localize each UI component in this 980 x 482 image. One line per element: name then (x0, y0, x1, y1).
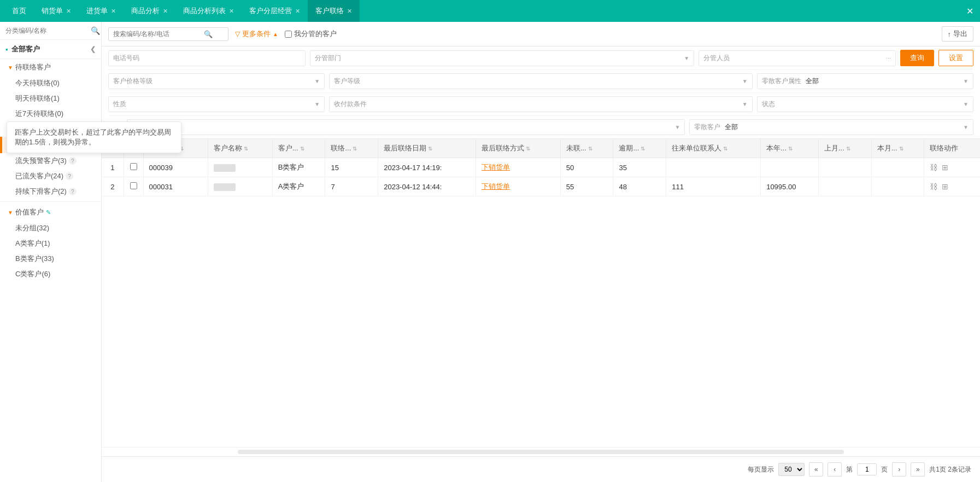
price-grade-field[interactable]: 客户价格等级 ▼ (108, 73, 325, 89)
next-page-btn[interactable]: › (892, 462, 906, 477)
row1-name[interactable] (208, 158, 272, 177)
search-input[interactable] (113, 30, 201, 38)
sidebar-search-input[interactable] (5, 27, 87, 34)
my-customers-checkbox[interactable] (285, 31, 292, 38)
b-class-customers[interactable]: B类客户(33) (0, 251, 101, 266)
sidebar-collapse-right[interactable]: ❮ (90, 45, 96, 53)
today-pending[interactable]: 今天待联络(0) (0, 76, 101, 91)
col-type-header: 客户... ⇅ (272, 139, 325, 158)
filter-row-3: 性质 ▼ 收付款条件 ▼ 状态 ▼ (108, 93, 973, 116)
nav-home[interactable]: 首页 (4, 0, 34, 22)
ungroup-customers[interactable]: 未分组(32) (0, 220, 101, 236)
week-pending[interactable]: 近7天待联络(0) (0, 106, 101, 121)
unpaid-sort-icon[interactable]: ⇅ (588, 146, 592, 152)
contact-sort-icon[interactable]: ⇅ (353, 146, 357, 152)
row2-code: 000031 (143, 177, 208, 196)
prev-page-btn[interactable]: ‹ (828, 462, 842, 477)
row1-lastdate: 2023-04-17 14:19: (378, 158, 476, 177)
close-purchase-tab[interactable]: ✕ (111, 8, 116, 15)
row1-lastmethod[interactable]: 下销货单 (476, 158, 561, 177)
export-icon: ↑ (948, 30, 952, 38)
row1-name-blur (214, 164, 236, 172)
row1-checkbox[interactable] (130, 163, 137, 170)
query-button[interactable]: 查询 (900, 50, 934, 66)
row1-grid-icon[interactable]: ⊞ (942, 163, 948, 172)
row1-check[interactable] (124, 158, 143, 177)
person-field[interactable]: 分管人员 ··· (699, 50, 896, 66)
row2-link-icon[interactable]: ⛓ (930, 182, 937, 191)
retail-attr-field[interactable]: 零散客户属性 全部 ▼ (757, 73, 973, 89)
all-customers-title[interactable]: ▪ 全部客户 ❮ (0, 40, 101, 59)
col-contact-header: 联络... ⇅ (325, 139, 378, 158)
a-class-customers[interactable]: A类客户(1) (0, 236, 101, 251)
name-sort-icon[interactable]: ⇅ (244, 146, 248, 152)
row2-unpaid: 55 (560, 177, 613, 196)
tomorrow-pending[interactable]: 明天待联络(1) (0, 91, 101, 106)
retail-customer-field[interactable]: 零散客户 全部 ▼ (689, 119, 973, 135)
cc-sort-icon[interactable]: ⇅ (723, 146, 727, 152)
horizontal-scrollbar-area (102, 447, 980, 456)
page-input[interactable] (857, 463, 877, 475)
status-field[interactable]: 状态 ▼ (757, 96, 973, 112)
phone-field[interactable]: 电话号码 (108, 50, 306, 66)
row2-company-contact: 111 (666, 177, 761, 196)
first-page-btn[interactable]: « (809, 462, 823, 477)
window-close-button[interactable]: ✕ (966, 6, 973, 16)
filter-row-4: ··· 客户类型 ▼ 零散客户 全部 ▼ (108, 116, 973, 138)
customer-type-field[interactable]: 客户类型 ▼ (127, 119, 685, 135)
lastdate-sort-icon[interactable]: ⇅ (428, 146, 432, 152)
overdue-sort-icon[interactable]: ⇅ (641, 146, 645, 152)
last-page-btn[interactable]: » (911, 462, 925, 477)
row1-num: 1 (102, 158, 124, 177)
row2-grid-icon[interactable]: ⊞ (942, 182, 948, 191)
cust-type-chevron: ▼ (674, 124, 680, 130)
lastmonth-sort-icon[interactable]: ⇅ (846, 146, 850, 152)
row1-thisyear (761, 158, 819, 177)
settings-button[interactable]: 设置 (938, 50, 973, 66)
dept-field[interactable]: 分管部门 ▼ (310, 50, 695, 66)
collapse-icon: ▪ (5, 45, 8, 54)
nav-product-list[interactable]: 商品分析列表 ✕ (175, 0, 242, 22)
type-sort-icon[interactable]: ⇅ (300, 146, 304, 152)
thismonth-sort-icon[interactable]: ⇅ (899, 146, 903, 152)
row2-lastmethod[interactable]: 下销货单 (476, 177, 561, 196)
pending-group[interactable]: ▼ 待联络客户 (0, 59, 101, 76)
churned-help: ? (66, 172, 73, 180)
col-lastmethod-header: 最后联络方式 ⇅ (476, 139, 561, 158)
more-conditions-btn[interactable]: ▽ 更多条件 ▲ (235, 29, 278, 39)
close-sales-tab[interactable]: ✕ (66, 8, 71, 15)
nav-product-analysis[interactable]: 商品分析 ✕ (124, 0, 175, 22)
thisyear-sort-icon[interactable]: ⇅ (788, 146, 793, 152)
nav-customer-segment[interactable]: 客户分层经营 ✕ (242, 0, 308, 22)
declining-customers[interactable]: 持续下滑客户(2) ? (0, 184, 101, 199)
filter-search-icon[interactable]: 🔍 (204, 30, 213, 38)
sidebar-search-icon[interactable]: 🔍 (91, 26, 100, 35)
filter-row-2: 客户价格等级 ▼ 客户等级 ▼ 零散客户属性 全部 ▼ (108, 70, 973, 93)
nav-customer-contact[interactable]: 客户联络 ✕ (308, 0, 360, 22)
lastmethod-sort-icon[interactable]: ⇅ (526, 146, 530, 152)
customer-grade-field[interactable]: 客户等级 ▼ (329, 73, 753, 89)
close-contact-tab[interactable]: ✕ (347, 8, 352, 15)
row1-link-icon[interactable]: ⛓ (930, 163, 937, 172)
value-group[interactable]: ▼ 价值客户 ✎ (0, 204, 101, 220)
nav-purchase[interactable]: 进货单 ✕ (79, 0, 124, 22)
row2-check[interactable] (124, 177, 143, 196)
gender-field[interactable]: 性质 ▼ (108, 96, 325, 112)
nav-sales[interactable]: 销货单 ✕ (34, 0, 79, 22)
close-product-analysis-tab[interactable]: ✕ (163, 8, 168, 15)
churn-warning[interactable]: 流失预警客户(3) ? (0, 153, 101, 169)
row2-name[interactable] (208, 177, 272, 196)
close-segment-tab[interactable]: ✕ (295, 8, 300, 15)
col-action-header: 联络动作 (924, 139, 980, 158)
per-page-select[interactable]: 50 (778, 463, 805, 476)
export-button[interactable]: ↑ 导出 (942, 26, 974, 42)
value-edit-icon[interactable]: ✎ (46, 209, 51, 216)
churned-customers[interactable]: 已流失客户(24) ? (0, 169, 101, 184)
pay-field[interactable]: 收付款条件 ▼ (329, 96, 753, 112)
row1-contact: 15 (325, 158, 378, 177)
my-customers-checkbox-wrap: 我分管的客户 (285, 29, 337, 39)
horizontal-scrollbar[interactable] (238, 450, 843, 454)
c-class-customers[interactable]: C类客户(6) (0, 266, 101, 282)
close-product-list-tab[interactable]: ✕ (229, 8, 234, 15)
row2-checkbox[interactable] (130, 182, 137, 189)
